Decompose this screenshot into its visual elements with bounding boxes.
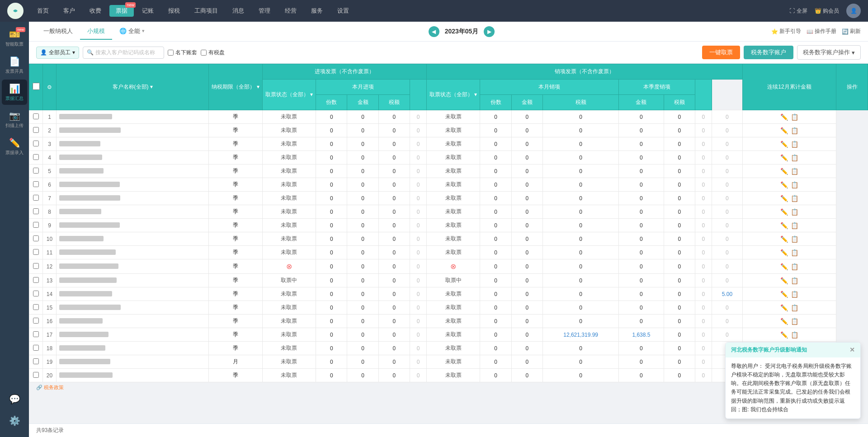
copy-icon[interactable]: 📋 — [791, 113, 798, 121]
row-in-status[interactable]: ⊗ — [262, 259, 316, 274]
row-client-name[interactable] — [57, 274, 209, 287]
row-qtr-acc[interactable]: 0 — [695, 274, 712, 287]
row-in-acc[interactable]: 0 — [410, 246, 427, 259]
nav-manage[interactable]: 管理 — [252, 5, 277, 17]
copy-icon[interactable]: 📋 — [791, 168, 798, 175]
nav-accounting[interactable]: 记账 — [136, 5, 160, 17]
nav-operation[interactable]: 经营 — [278, 5, 303, 17]
sidebar-item-open-invoice[interactable]: 📄 发票开具 — [2, 52, 27, 78]
row-in-acc[interactable]: 0 — [410, 178, 427, 192]
row-in-status[interactable]: 未取票 — [262, 342, 316, 355]
row-in-acc[interactable]: 0 — [410, 192, 427, 205]
next-period-btn[interactable]: ▶ — [484, 26, 495, 37]
row-client-name[interactable] — [57, 219, 209, 232]
row-checkbox[interactable] — [29, 124, 43, 137]
nav-business[interactable]: 工商项目 — [188, 5, 224, 17]
tax-digital-account-ops-btn[interactable]: 税务数字账户操作 ▾ — [797, 45, 861, 60]
edit-icon[interactable]: ✏️ — [780, 195, 788, 202]
row-in-acc[interactable]: 0 — [410, 110, 427, 124]
header-out-fetch-status[interactable]: 取票状态（全部） ▾ — [426, 80, 480, 110]
notification-close-btn[interactable]: ✕ — [849, 346, 855, 353]
row-client-name[interactable] — [57, 232, 209, 246]
row-client-name[interactable] — [57, 355, 209, 369]
copy-icon[interactable]: 📋 — [791, 249, 798, 256]
row-out-status[interactable]: 未取票 — [426, 205, 480, 219]
edit-icon[interactable]: ✏️ — [780, 208, 788, 216]
row-client-name[interactable] — [57, 246, 209, 259]
row-client-name[interactable] — [57, 259, 209, 274]
row-checkbox[interactable] — [29, 151, 43, 164]
row-qtr-acc[interactable]: 0 — [695, 205, 712, 219]
row-checkbox[interactable] — [29, 315, 43, 328]
row-qtr-acc[interactable]: 0 — [695, 178, 712, 192]
edit-icon[interactable]: ✏️ — [780, 318, 788, 325]
row-checkbox[interactable] — [29, 137, 43, 151]
row-checkbox[interactable] — [29, 274, 43, 287]
row-in-status[interactable]: 未取票 — [262, 164, 316, 178]
row-checkbox[interactable] — [29, 369, 43, 382]
row-client-name[interactable] — [57, 315, 209, 328]
row-qtr-acc[interactable]: 0 — [695, 219, 712, 232]
row-out-status[interactable]: 未取票 — [426, 232, 480, 246]
row-checkbox[interactable] — [29, 342, 43, 355]
filter-tax-disk-checkbox[interactable]: 有税盘 — [201, 49, 225, 56]
row-in-acc[interactable]: 0 — [410, 274, 427, 287]
row-in-status[interactable]: 未取票 — [262, 137, 316, 151]
edit-icon[interactable]: ✏️ — [780, 277, 788, 284]
row-in-acc[interactable]: 0 — [410, 342, 427, 355]
nav-settings[interactable]: 设置 — [331, 5, 355, 17]
row-qtr-acc[interactable]: 0 — [695, 287, 712, 301]
row-client-name[interactable] — [57, 192, 209, 205]
sidebar-item-config[interactable]: ⚙️ — [2, 412, 27, 430]
row-in-status[interactable]: 未取票 — [262, 369, 316, 382]
row-qtr-acc[interactable]: 0 — [695, 259, 712, 274]
edit-icon[interactable]: ✏️ — [780, 291, 788, 298]
row-qtr-acc[interactable]: 0 — [695, 246, 712, 259]
edit-icon[interactable]: ✏️ — [780, 154, 788, 161]
row-client-name[interactable] — [57, 342, 209, 355]
copy-icon[interactable]: 📋 — [791, 208, 798, 216]
row-client-name[interactable] — [57, 328, 209, 342]
row-checkbox[interactable] — [29, 355, 43, 369]
edit-icon[interactable]: ✏️ — [780, 127, 788, 134]
row-qtr-acc[interactable]: 0 — [695, 137, 712, 151]
header-client-name[interactable]: 客户名称(全部) ▾ — [57, 64, 209, 110]
prev-period-btn[interactable]: ◀ — [429, 26, 439, 37]
row-client-name[interactable] — [57, 205, 209, 219]
row-out-status[interactable]: 未取票 — [426, 369, 480, 382]
row-qtr-acc[interactable]: 0 — [695, 369, 712, 382]
copy-icon[interactable]: 📋 — [791, 181, 798, 188]
row-checkbox[interactable] — [29, 192, 43, 205]
edit-icon[interactable]: ✏️ — [780, 331, 788, 338]
row-in-status[interactable]: 未取票 — [262, 328, 316, 342]
row-out-status[interactable]: 未取票 — [426, 246, 480, 259]
row-qtr-acc[interactable]: 0 — [695, 342, 712, 355]
row-in-acc[interactable]: 0 — [410, 315, 427, 328]
row-out-status[interactable]: 未取票 — [426, 342, 480, 355]
row-in-acc[interactable]: 0 — [410, 328, 427, 342]
nav-invoice[interactable]: 票据 new — [109, 5, 134, 17]
row-checkbox[interactable] — [29, 110, 43, 124]
row-qtr-acc[interactable]: 0 — [695, 301, 712, 315]
row-client-name[interactable] — [57, 151, 209, 164]
row-in-status[interactable]: 未取票 — [262, 124, 316, 137]
nav-home[interactable]: 首页 — [31, 5, 55, 17]
row-client-name[interactable] — [57, 164, 209, 178]
tab-general-taxpayer[interactable]: 一般纳税人 — [36, 23, 80, 40]
edit-icon[interactable]: ✏️ — [780, 263, 788, 270]
row-out-status[interactable]: 未取票 — [426, 151, 480, 164]
row-in-status[interactable]: 未取票 — [262, 205, 316, 219]
row-qtr-acc[interactable]: 0 — [695, 328, 712, 342]
row-qtr-acc[interactable]: 0 — [695, 315, 712, 328]
row-out-status[interactable]: 未取票 — [426, 137, 480, 151]
row-in-acc[interactable]: 0 — [410, 219, 427, 232]
row-out-status[interactable]: 未取票 — [426, 328, 480, 342]
row-out-status[interactable]: 未取票 — [426, 178, 480, 192]
row-out-status[interactable]: 未取票 — [426, 315, 480, 328]
row-in-acc[interactable]: 0 — [410, 369, 427, 382]
row-qtr-acc[interactable]: 0 — [695, 355, 712, 369]
copy-icon[interactable]: 📋 — [791, 318, 798, 325]
row-client-name[interactable] — [57, 110, 209, 124]
row-client-name[interactable] — [57, 301, 209, 315]
row-in-acc[interactable]: 0 — [410, 232, 427, 246]
